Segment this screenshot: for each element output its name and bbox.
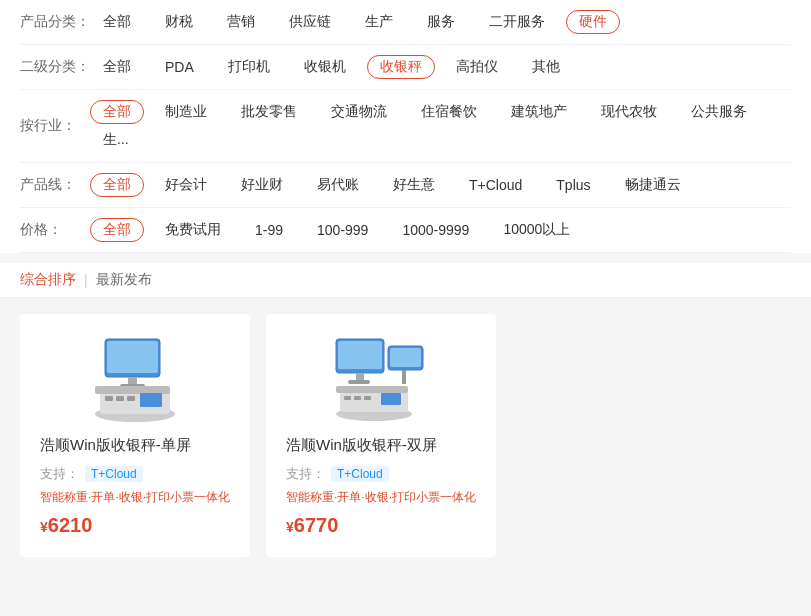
svg-rect-21 xyxy=(344,396,351,400)
price-value-2: 6770 xyxy=(294,514,339,536)
filter-item-cat-all[interactable]: 全部 xyxy=(90,10,144,34)
svg-rect-14 xyxy=(390,348,421,367)
svg-rect-10 xyxy=(127,396,135,401)
filter-item-pl-tcloud[interactable]: T+Cloud xyxy=(456,174,535,196)
filter-item-pl-ydz[interactable]: 易代账 xyxy=(304,173,372,197)
product-support-1: 支持： T+Cloud xyxy=(40,465,143,483)
filter-row-category: 产品分类： 全部 财税 营销 供应链 生产 服务 二开服务 硬件 xyxy=(20,0,791,45)
svg-rect-16 xyxy=(348,380,370,384)
filter-items-subcategory: 全部 PDA 打印机 收银机 收银秤 高拍仪 其他 xyxy=(90,55,581,79)
product-image-2 xyxy=(326,334,436,424)
filter-item-ind-hotel[interactable]: 住宿餐饮 xyxy=(408,100,490,124)
filter-item-ind-all[interactable]: 全部 xyxy=(90,100,144,124)
filter-item-pl-jtty[interactable]: 畅捷通云 xyxy=(612,173,694,197)
filter-items-price: 全部 免费试用 1-99 100-999 1000-9999 10000以上 xyxy=(90,218,591,242)
filter-item-sub-other[interactable]: 其他 xyxy=(519,55,573,79)
product-title-1: 浩顺Win版收银秤-单屏 xyxy=(40,436,191,455)
filter-item-price-p2[interactable]: 100-999 xyxy=(304,219,381,241)
svg-rect-22 xyxy=(354,396,361,400)
products-grid: 浩顺Win版收银秤-单屏 支持： T+Cloud 智能称重·开单·收银·打印小票… xyxy=(0,298,811,573)
filter-item-ind-logistics[interactable]: 交通物流 xyxy=(318,100,400,124)
filter-item-sub-all[interactable]: 全部 xyxy=(90,55,144,79)
filter-item-price-all[interactable]: 全部 xyxy=(90,218,144,242)
sort-divider: | xyxy=(84,272,88,288)
product-image-1 xyxy=(80,334,190,424)
sort-comprehensive[interactable]: 综合排序 xyxy=(20,271,76,289)
filter-row-price: 价格： 全部 免费试用 1-99 100-999 1000-9999 10000… xyxy=(20,208,791,253)
svg-rect-1 xyxy=(107,341,158,373)
filter-item-pl-tplus[interactable]: Tplus xyxy=(543,174,603,196)
filter-item-cat-dev[interactable]: 二开服务 xyxy=(476,10,558,34)
filter-item-price-p1[interactable]: 1-99 xyxy=(242,219,296,241)
product-support-2: 支持： T+Cloud xyxy=(286,465,389,483)
filter-item-pl-hkj[interactable]: 好会计 xyxy=(152,173,220,197)
svg-rect-20 xyxy=(381,393,401,405)
product-price-2: ¥6770 xyxy=(286,514,338,537)
filter-item-ind-agri[interactable]: 现代农牧 xyxy=(588,100,670,124)
filter-item-sub-cashier[interactable]: 收银机 xyxy=(291,55,359,79)
filter-item-pl-hss[interactable]: 好生意 xyxy=(380,173,448,197)
filter-item-cat-production[interactable]: 生产 xyxy=(352,10,406,34)
svg-rect-9 xyxy=(116,396,124,401)
support-label-2: 支持： xyxy=(286,465,325,483)
filter-row-industry: 按行业： 全部 制造业 批发零售 交通物流 住宿餐饮 建筑地产 现代农牧 公共服… xyxy=(20,90,791,163)
support-badge-2: T+Cloud xyxy=(331,466,389,482)
filter-item-pl-all[interactable]: 全部 xyxy=(90,173,144,197)
filter-label-productline: 产品线： xyxy=(20,176,90,194)
filter-item-sub-pda[interactable]: PDA xyxy=(152,56,207,78)
product-desc-1: 智能称重·开单·收银·打印小票一体化 xyxy=(40,489,230,506)
product-image-area-1 xyxy=(40,334,230,424)
filter-label-subcategory: 二级分类： xyxy=(20,58,90,76)
filter-item-ind-more[interactable]: 生... xyxy=(90,128,142,152)
filter-label-industry: 按行业： xyxy=(20,117,90,135)
product-image-area-2 xyxy=(286,334,476,424)
support-badge-1: T+Cloud xyxy=(85,466,143,482)
product-desc-2: 智能称重·开单·收银·打印小票一体化 xyxy=(286,489,476,506)
svg-rect-15 xyxy=(356,373,364,381)
filter-item-price-p4[interactable]: 10000以上 xyxy=(490,218,583,242)
filter-item-price-p3[interactable]: 1000-9999 xyxy=(389,219,482,241)
sort-bar: 综合排序 | 最新发布 xyxy=(0,263,811,298)
svg-rect-24 xyxy=(402,370,406,384)
filter-items-category: 全部 财税 营销 供应链 生产 服务 二开服务 硬件 xyxy=(90,10,628,34)
price-value-1: 6210 xyxy=(48,514,93,536)
product-title-2: 浩顺Win版收银秤-双屏 xyxy=(286,436,437,455)
filter-item-ind-wholesale[interactable]: 批发零售 xyxy=(228,100,310,124)
product-card-2[interactable]: 浩顺Win版收银秤-双屏 支持： T+Cloud 智能称重·开单·收银·打印小票… xyxy=(266,314,496,557)
product-card-1[interactable]: 浩顺Win版收银秤-单屏 支持： T+Cloud 智能称重·开单·收银·打印小票… xyxy=(20,314,250,557)
filter-item-cat-supply[interactable]: 供应链 xyxy=(276,10,344,34)
filter-item-ind-public[interactable]: 公共服务 xyxy=(678,100,760,124)
filter-item-sub-scale[interactable]: 收银秤 xyxy=(367,55,435,79)
filter-label-price: 价格： xyxy=(20,221,90,239)
filter-items-productline: 全部 好会计 好业财 易代账 好生意 T+Cloud Tplus 畅捷通云 xyxy=(90,173,702,197)
filter-item-cat-tax[interactable]: 财税 xyxy=(152,10,206,34)
svg-rect-23 xyxy=(364,396,371,400)
filter-row-productline: 产品线： 全部 好会计 好业财 易代账 好生意 T+Cloud Tplus 畅捷… xyxy=(20,163,791,208)
price-unit-1: ¥ xyxy=(40,519,48,535)
filter-row-subcategory: 二级分类： 全部 PDA 打印机 收银机 收银秤 高拍仪 其他 xyxy=(20,45,791,90)
filter-item-cat-marketing[interactable]: 营销 xyxy=(214,10,268,34)
svg-rect-19 xyxy=(336,386,408,393)
sort-latest[interactable]: 最新发布 xyxy=(96,271,152,289)
svg-rect-6 xyxy=(95,386,170,394)
svg-rect-2 xyxy=(128,377,137,385)
filter-label-category: 产品分类： xyxy=(20,13,90,31)
filter-item-cat-hardware[interactable]: 硬件 xyxy=(566,10,620,34)
filter-item-sub-printer[interactable]: 打印机 xyxy=(215,55,283,79)
filter-item-sub-highcam[interactable]: 高拍仪 xyxy=(443,55,511,79)
svg-rect-8 xyxy=(105,396,113,401)
price-unit-2: ¥ xyxy=(286,519,294,535)
filter-item-ind-manufacturing[interactable]: 制造业 xyxy=(152,100,220,124)
filter-item-price-free[interactable]: 免费试用 xyxy=(152,218,234,242)
filter-item-ind-building[interactable]: 建筑地产 xyxy=(498,100,580,124)
filter-items-industry: 全部 制造业 批发零售 交通物流 住宿餐饮 建筑地产 现代农牧 公共服务 生..… xyxy=(90,100,791,152)
filter-section: 产品分类： 全部 财税 营销 供应链 生产 服务 二开服务 硬件 二级分类： 全… xyxy=(0,0,811,253)
product-price-1: ¥6210 xyxy=(40,514,92,537)
svg-rect-12 xyxy=(338,341,382,369)
filter-item-pl-hyc[interactable]: 好业财 xyxy=(228,173,296,197)
support-label-1: 支持： xyxy=(40,465,79,483)
svg-rect-7 xyxy=(140,393,162,407)
filter-item-cat-service[interactable]: 服务 xyxy=(414,10,468,34)
